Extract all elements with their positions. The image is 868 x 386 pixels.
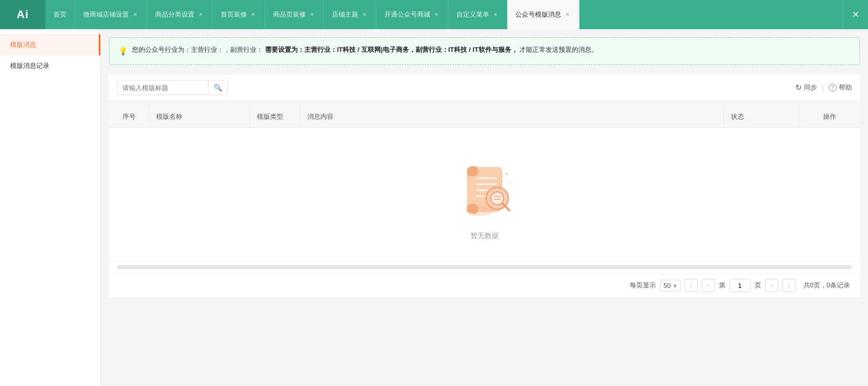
nav-tab-store-theme[interactable]: 店铺主题× bbox=[324, 0, 376, 29]
nav-tab-label: 公众号模版消息 bbox=[515, 10, 561, 19]
prev-page-button[interactable]: ＜ bbox=[702, 279, 715, 292]
nav-tab-home-decoration[interactable]: 首页装修× bbox=[213, 0, 265, 29]
scrollbar-area bbox=[109, 261, 860, 273]
col-header-type: 模版类型 bbox=[250, 106, 300, 127]
col-header-content: 消息内容 bbox=[300, 106, 724, 127]
page-prefix: 第 bbox=[719, 281, 725, 290]
nav-tab-home[interactable]: 首页 bbox=[45, 0, 75, 29]
search-input-wrap: 🔍 bbox=[117, 80, 228, 95]
first-page-button[interactable]: ⟨ bbox=[685, 279, 698, 292]
empty-state: ✦ ✦ ✦ 暂无数据 bbox=[109, 128, 860, 261]
nav-tab-custom-menu[interactable]: 自定义菜单× bbox=[448, 0, 507, 29]
svg-text:✦: ✦ bbox=[508, 180, 511, 184]
tab-close-icon[interactable]: × bbox=[250, 11, 256, 19]
svg-text:✦: ✦ bbox=[500, 167, 502, 170]
svg-text:✦: ✦ bbox=[505, 171, 509, 177]
col-header-name: 模版名称 bbox=[149, 106, 250, 127]
tab-close-icon[interactable]: × bbox=[309, 11, 315, 19]
tab-close-icon[interactable]: × bbox=[132, 11, 139, 19]
page-suffix: 页 bbox=[755, 281, 761, 290]
chevron-down-icon: ∨ bbox=[673, 282, 677, 289]
last-page-button[interactable]: ⟩ bbox=[782, 279, 795, 292]
search-toolbar: 🔍 ↻ 同步 | ? 帮助 bbox=[109, 75, 860, 100]
nav-tab-product-decoration[interactable]: 商品页装修× bbox=[265, 0, 324, 29]
tab-close-icon[interactable]: × bbox=[197, 11, 204, 19]
nav-tab-label: 微商城店铺设置 bbox=[83, 10, 129, 19]
nav-tab-label: 商品页装修 bbox=[273, 10, 306, 19]
prev-page-icon: ＜ bbox=[705, 281, 711, 290]
tab-close-icon[interactable]: × bbox=[361, 11, 368, 19]
nav-tab-label: 首页装修 bbox=[221, 10, 247, 19]
tab-close-icon[interactable]: × bbox=[433, 11, 440, 19]
tab-close-icon[interactable]: × bbox=[492, 11, 499, 19]
current-page-input[interactable] bbox=[729, 279, 751, 292]
next-page-icon: ＞ bbox=[768, 281, 775, 290]
nav-tab-open-mall[interactable]: 开通公众号商城× bbox=[376, 0, 448, 29]
next-page-button[interactable]: ＞ bbox=[765, 279, 778, 292]
app-logo: Ai bbox=[0, 0, 45, 29]
help-icon: ? bbox=[829, 84, 837, 92]
toolbar-right: ↻ 同步 | ? 帮助 bbox=[795, 83, 852, 92]
total-info: 共0页，0条记录 bbox=[804, 281, 850, 290]
content-area: 💡 您的公众号行业为：主营行业：，副营行业： 需要设置为：主营行业：IT科技 /… bbox=[101, 29, 868, 386]
notice-icon: 💡 bbox=[118, 45, 128, 57]
notice-banner: 💡 您的公众号行业为：主营行业：，副营行业： 需要设置为：主营行业：IT科技 /… bbox=[109, 37, 860, 65]
first-page-icon: ⟨ bbox=[690, 282, 692, 289]
pagination: 每页显示 50 ∨ ⟨ ＜ 第 页 ＞ ⟩ bbox=[109, 273, 860, 297]
table-header: 序号 模版名称 模版类型 消息内容 状态 操作 bbox=[109, 106, 860, 128]
per-page-label: 每页显示 bbox=[630, 281, 656, 290]
nav-tab-category-settings[interactable]: 商品分类设置× bbox=[147, 0, 213, 29]
col-header-index: 序号 bbox=[109, 106, 149, 127]
col-header-status: 状态 bbox=[724, 106, 799, 127]
help-button[interactable]: ? 帮助 bbox=[829, 83, 852, 92]
nav-tabs: 首页微商城店铺设置×商品分类设置×首页装修×商品页装修×店铺主题×开通公众号商城… bbox=[45, 0, 843, 29]
data-table: 序号 模版名称 模版类型 消息内容 状态 操作 bbox=[109, 106, 860, 297]
notice-text: 您的公众号行业为：主营行业：，副营行业： 需要设置为：主营行业：IT科技 / 互… bbox=[132, 45, 598, 55]
empty-illustration: ✦ ✦ ✦ bbox=[452, 158, 517, 223]
main-layout: 模版消息模版消息记录 💡 您的公众号行业为：主营行业：，副营行业： 需要设置为：… bbox=[0, 29, 868, 386]
nav-tab-label: 商品分类设置 bbox=[155, 10, 194, 19]
search-input[interactable] bbox=[117, 81, 208, 95]
close-all-button[interactable]: ✕ bbox=[843, 0, 868, 29]
empty-text: 暂无数据 bbox=[471, 231, 499, 241]
col-header-action: 操作 bbox=[799, 106, 860, 127]
sidebar: 模版消息模版消息记录 bbox=[0, 29, 101, 386]
horizontal-scrollbar[interactable] bbox=[117, 265, 852, 269]
toolbar-divider: | bbox=[822, 84, 824, 92]
nav-tab-template-message[interactable]: 公众号模版消息× bbox=[507, 0, 579, 29]
page-size-select[interactable]: 50 ∨ bbox=[660, 280, 680, 291]
nav-tab-label: 开通公众号商城 bbox=[384, 10, 430, 19]
sync-icon: ↻ bbox=[795, 83, 802, 92]
top-navigation: Ai 首页微商城店铺设置×商品分类设置×首页装修×商品页装修×店铺主题×开通公众… bbox=[0, 0, 868, 29]
nav-tab-store-settings[interactable]: 微商城店铺设置× bbox=[75, 0, 147, 29]
sync-button[interactable]: ↻ 同步 bbox=[795, 83, 817, 92]
search-button[interactable]: 🔍 bbox=[208, 81, 227, 95]
tab-close-icon[interactable]: × bbox=[564, 11, 571, 19]
nav-tab-label: 店铺主题 bbox=[332, 10, 358, 19]
nav-tab-label: 首页 bbox=[53, 10, 66, 19]
sidebar-item-template-msg-record[interactable]: 模版消息记录 bbox=[0, 55, 100, 76]
last-page-icon: ⟩ bbox=[787, 282, 790, 289]
sidebar-item-template-msg[interactable]: 模版消息 bbox=[0, 34, 100, 55]
nav-tab-label: 自定义菜单 bbox=[456, 10, 489, 19]
